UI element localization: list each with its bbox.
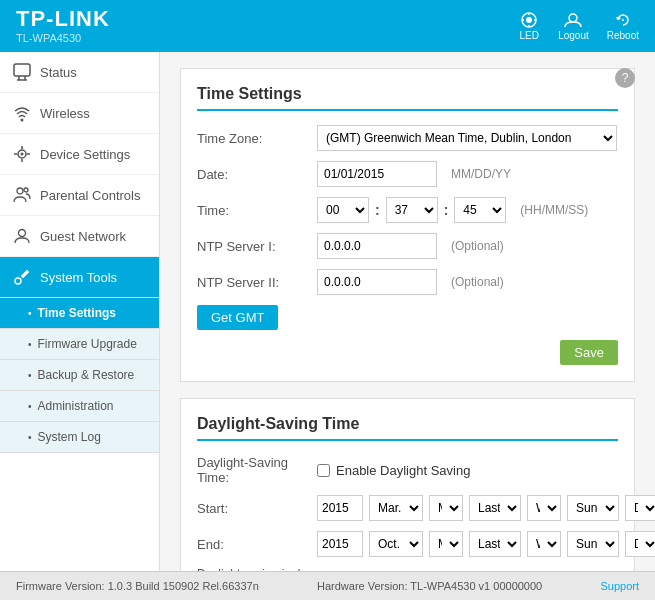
wireless-icon — [12, 103, 32, 123]
ntp1-value: (Optional) — [317, 233, 618, 259]
sidebar-item-system-tools[interactable]: System Tools — [0, 257, 159, 298]
ds-start-day[interactable]: Sun. — [567, 495, 619, 521]
daylight-saving-title: Daylight-Saving Time — [197, 415, 618, 441]
sidebar-item-parental-controls[interactable]: Parental Controls — [0, 175, 159, 216]
time-settings-title: Time Settings — [197, 85, 618, 111]
ntp2-input[interactable] — [317, 269, 437, 295]
ds-end-week[interactable]: Last — [469, 531, 521, 557]
ds-enable-checkbox[interactable] — [317, 464, 330, 477]
ds-start-w[interactable]: W — [527, 495, 561, 521]
model-name: TL-WPA4530 — [16, 32, 110, 44]
sidebar-item-status[interactable]: Status — [0, 52, 159, 93]
ds-start-week[interactable]: Last — [469, 495, 521, 521]
ntp1-row: NTP Server I: (Optional) — [197, 233, 618, 259]
sidebar-subitem-time-settings[interactable]: • Time Settings — [0, 298, 159, 329]
brand-name: TP-LINK — [16, 8, 110, 30]
date-input[interactable] — [317, 161, 437, 187]
svg-point-19 — [17, 188, 23, 194]
bullet-icon: • — [28, 432, 32, 443]
ds-end-day[interactable]: Sun. — [567, 531, 619, 557]
svg-point-20 — [24, 188, 28, 192]
sidebar-subitem-firmware-upgrade[interactable]: • Firmware Upgrade — [0, 329, 159, 360]
sidebar-subitem-backup-restore[interactable]: • Backup & Restore — [0, 360, 159, 391]
support-link[interactable]: Support — [600, 580, 639, 592]
svg-point-21 — [19, 230, 26, 237]
bullet-icon: • — [28, 401, 32, 412]
svg-rect-8 — [14, 64, 30, 76]
time-settings-save-button[interactable]: Save — [560, 340, 618, 365]
date-label: Date: — [197, 167, 317, 182]
ds-enable-row: Daylight-Saving Time: Enable Daylight Sa… — [197, 455, 618, 485]
ds-end-w[interactable]: W — [527, 531, 561, 557]
time-hour-select[interactable]: 00 — [317, 197, 369, 223]
ds-end-d[interactable]: D — [625, 531, 655, 557]
ntp2-row: NTP Server II: (Optional) — [197, 269, 618, 295]
ds-start-row: Start: Mar. M Last W — [197, 495, 618, 521]
svg-point-22 — [15, 278, 21, 284]
ds-end-value: Oct. M Last W Sun. D — [317, 531, 655, 557]
ds-end-month[interactable]: Oct. — [369, 531, 423, 557]
svg-point-12 — [21, 119, 24, 122]
sidebar: Status Wireless — [0, 52, 160, 571]
sidebar-item-guest-network[interactable]: Guest Network — [0, 216, 159, 257]
sidebar-subitem-administration[interactable]: • Administration — [0, 391, 159, 422]
ntp2-hint: (Optional) — [451, 275, 504, 289]
ds-note: Daylight saving is down. — [197, 567, 618, 571]
header: TP-LINK TL-WPA4530 LED Logout — [0, 0, 655, 52]
ntp1-hint: (Optional) — [451, 239, 504, 253]
ds-end-year[interactable] — [317, 531, 363, 557]
ds-label: Daylight-Saving Time: — [197, 455, 317, 485]
ntp2-label: NTP Server II: — [197, 275, 317, 290]
led-button[interactable]: LED — [518, 12, 540, 41]
main-layout: Status Wireless — [0, 52, 655, 571]
date-value: MM/DD/YY — [317, 161, 618, 187]
status-icon — [12, 62, 32, 82]
daylight-saving-section: Daylight-Saving Time Daylight-Saving Tim… — [180, 398, 635, 571]
device-settings-label: Device Settings — [40, 147, 130, 162]
ds-end-row: End: Oct. M Last W Su — [197, 531, 618, 557]
wireless-label: Wireless — [40, 106, 90, 121]
ntp1-input[interactable] — [317, 233, 437, 259]
parental-icon — [12, 185, 32, 205]
system-tools-label: System Tools — [40, 270, 117, 285]
svg-point-1 — [526, 17, 532, 23]
firmware-version: Firmware Version: 1.0.3 Build 150902 Rel… — [16, 580, 259, 592]
bullet-icon: • — [28, 308, 32, 319]
ds-start-value: Mar. M Last W Sun. D — [317, 495, 655, 521]
device-icon — [12, 144, 32, 164]
sidebar-subitem-system-log[interactable]: • System Log — [0, 422, 159, 453]
time-format: (HH/MM/SS) — [520, 203, 588, 217]
guest-icon — [12, 226, 32, 246]
logo: TP-LINK TL-WPA4530 — [16, 8, 110, 44]
time-minute-select[interactable]: 37 — [386, 197, 438, 223]
sidebar-item-device-settings[interactable]: Device Settings — [0, 134, 159, 175]
parental-controls-label: Parental Controls — [40, 188, 140, 203]
ds-start-d[interactable]: D — [625, 495, 655, 521]
guest-network-label: Guest Network — [40, 229, 126, 244]
ds-start-year[interactable] — [317, 495, 363, 521]
header-icons: LED Logout Reboot — [518, 12, 639, 41]
footer: Firmware Version: 1.0.3 Build 150902 Rel… — [0, 571, 655, 600]
help-button[interactable]: ? — [615, 68, 635, 88]
ntp1-label: NTP Server I: — [197, 239, 317, 254]
content-area: ? Time Settings Time Zone: (GMT) Greenwi… — [160, 52, 655, 571]
time-label: Time: — [197, 203, 317, 218]
timezone-value: (GMT) Greenwich Mean Time, Dublin, Londo… — [317, 125, 618, 151]
get-gmt-button[interactable]: Get GMT — [197, 305, 278, 330]
date-format: MM/DD/YY — [451, 167, 511, 181]
ds-start-m[interactable]: M — [429, 495, 463, 521]
date-row: Date: MM/DD/YY — [197, 161, 618, 187]
time-second-select[interactable]: 45 — [454, 197, 506, 223]
timezone-select[interactable]: (GMT) Greenwich Mean Time, Dublin, Londo… — [317, 125, 617, 151]
sidebar-item-wireless[interactable]: Wireless — [0, 93, 159, 134]
ntp2-value: (Optional) — [317, 269, 618, 295]
timezone-row: Time Zone: (GMT) Greenwich Mean Time, Du… — [197, 125, 618, 151]
logout-button[interactable]: Logout — [558, 12, 589, 41]
ds-start-label: Start: — [197, 501, 317, 516]
ds-end-m[interactable]: M — [429, 531, 463, 557]
reboot-button[interactable]: Reboot — [607, 12, 639, 41]
sidebar-subitems: • Time Settings • Firmware Upgrade • Bac… — [0, 298, 159, 453]
ds-enable-value: Enable Daylight Saving — [317, 463, 618, 478]
ds-enable-label: Enable Daylight Saving — [317, 463, 470, 478]
ds-start-month[interactable]: Mar. — [369, 495, 423, 521]
